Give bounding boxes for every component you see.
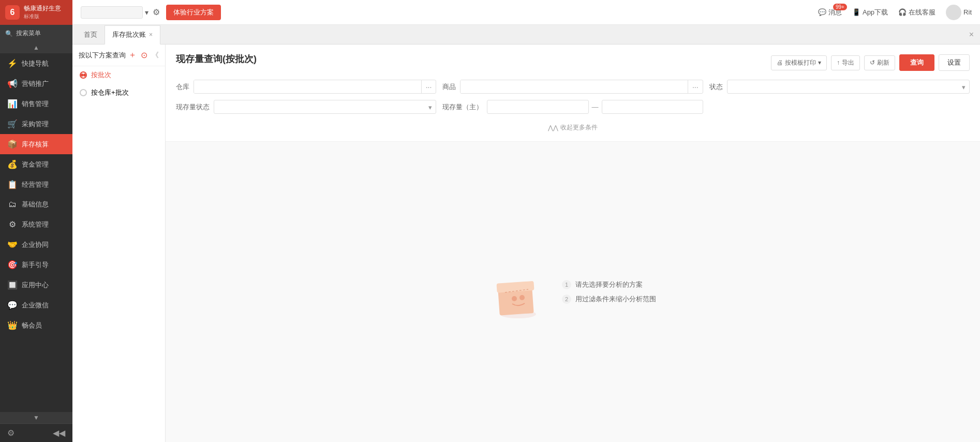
sidebar-item-wechat[interactable]: 💬 企业微信 <box>0 295 72 315</box>
stock-quantity-label: 现存量（主） <box>442 102 483 112</box>
apps-icon: 🔲 <box>7 280 18 290</box>
query-row-2: 现存量状态 ▾ 现存量（主） — <box>176 100 970 114</box>
left-panel-title: 按以下方案查询 <box>79 51 126 60</box>
print-template-btn[interactable]: 🖨 按模板打印 ▾ <box>771 55 827 70</box>
stock-quantity-min-input[interactable] <box>487 100 588 114</box>
product-input-wrapper: ··· <box>460 80 703 94</box>
sidebar-item-label: 应用中心 <box>22 281 49 290</box>
sidebar-item-inventory[interactable]: 📦 库存核算 <box>0 134 72 154</box>
sidebar-item-label: 基础信息 <box>22 200 49 209</box>
app-download-label: App下载 <box>863 8 888 17</box>
warehouse-dots-btn[interactable]: ··· <box>421 80 436 93</box>
sidebar-item-marketing[interactable]: 📢 营销推广 <box>0 73 72 94</box>
query-row-1: 仓库 ··· 商品 ··· 状态 <box>176 80 970 94</box>
sidebar-item-label: 新手引导 <box>22 260 49 270</box>
sidebar: 6 畅康通好生意 标准版 🔍 搜索菜单 ▲ ⚡ 快捷导航 📢 营销推广 📊 销售… <box>0 0 72 442</box>
collapse-sidebar-icon[interactable]: ◀◀ <box>53 428 65 438</box>
finance-icon: 💰 <box>7 159 18 169</box>
sidebar-item-quick-nav[interactable]: ⚡ 快捷导航 <box>0 53 72 73</box>
sidebar-item-newbie[interactable]: 🎯 新手引导 <box>0 255 72 275</box>
hint-number-2: 2 <box>562 294 571 304</box>
experience-btn[interactable]: 体验行业方案 <box>166 5 221 20</box>
sidebar-item-system[interactable]: ⚙ 系统管理 <box>0 214 72 234</box>
hint-item-2: 2 用过滤条件来缩小分析范围 <box>562 294 656 304</box>
sidebar-item-sales[interactable]: 📊 销售管理 <box>0 94 72 114</box>
sidebar-scroll-down[interactable]: ▼ <box>0 412 72 423</box>
operation-icon: 📋 <box>7 180 18 189</box>
topbar: ▾ ⚙ 体验行业方案 💬 消息 99+ 📱 App下载 🎧 在线客服 Rit <box>72 0 980 25</box>
settings-btn[interactable]: 设置 <box>939 54 970 71</box>
tab-home[interactable]: 首页 <box>77 25 105 44</box>
phone-icon: 📱 <box>852 8 860 16</box>
query-btn[interactable]: 查询 <box>899 54 934 71</box>
empty-state-icon <box>489 263 546 320</box>
sidebar-header: 6 畅康通好生意 标准版 <box>0 0 72 25</box>
export-icon: ↑ <box>837 59 840 66</box>
topbar-search-input[interactable] <box>81 6 143 19</box>
range-dash: — <box>592 103 599 111</box>
stock-quantity-max-input[interactable] <box>602 100 703 114</box>
refresh-icon: ↺ <box>870 59 875 66</box>
sidebar-item-label: 资金管理 <box>22 160 49 169</box>
sidebar-item-operation[interactable]: 📋 经营管理 <box>0 174 72 195</box>
collapse-row[interactable]: ⋀⋀ 收起更多条件 <box>176 120 970 137</box>
stock-status-select[interactable] <box>214 100 436 114</box>
app-subtitle: 标准版 <box>24 13 61 20</box>
topbar-gear-icon[interactable]: ⚙ <box>153 7 160 17</box>
plan-item-by-warehouse-batch[interactable]: 按仓库+批次 <box>72 84 165 101</box>
add-plan-icon[interactable]: ＋ <box>128 50 137 61</box>
hint-text-1: 请先选择要分析的方案 <box>575 280 643 289</box>
online-service-action[interactable]: 🎧 在线客服 <box>898 8 936 17</box>
sidebar-scroll-up[interactable]: ▲ <box>0 42 72 53</box>
svg-point-5 <box>519 295 525 300</box>
sidebar-item-label: 快捷导航 <box>22 59 49 68</box>
tab-close-btn[interactable]: × <box>149 31 153 38</box>
sidebar-item-basic[interactable]: 🗂 基础信息 <box>0 195 72 214</box>
query-header: 现存量查询(按批次) 🖨 按模板打印 ▾ ↑ 导出 ↺ <box>166 45 980 142</box>
user-action[interactable]: Rit <box>946 5 972 20</box>
stock-status-label: 现存量状态 <box>176 102 210 112</box>
settings-plan-icon[interactable]: ⊙ <box>141 50 147 60</box>
hint-number-1: 1 <box>562 280 571 289</box>
product-dots-btn[interactable]: ··· <box>688 80 703 93</box>
topbar-dropdown-btn[interactable]: ▾ <box>145 8 149 17</box>
headset-icon: 🎧 <box>898 8 907 16</box>
stock-quantity-field: 现存量（主） — <box>442 100 703 114</box>
tab-close-all-btn[interactable]: × <box>963 30 980 39</box>
plan-item-by-batch[interactable]: 按批次 <box>72 66 165 84</box>
basic-icon: 🗂 <box>7 200 18 209</box>
newbie-icon: 🎯 <box>7 260 18 270</box>
refresh-btn[interactable]: ↺ 刷新 <box>864 55 895 70</box>
warehouse-input[interactable] <box>194 80 421 93</box>
app-title: 畅康通好生意 <box>24 5 61 13</box>
online-service-label: 在线客服 <box>909 8 936 17</box>
product-input[interactable] <box>461 80 688 93</box>
sidebar-item-enterprise[interactable]: 🤝 企业协同 <box>0 234 72 255</box>
messages-action[interactable]: 💬 消息 99+ <box>818 8 842 17</box>
home-tab-label: 首页 <box>84 30 97 39</box>
sidebar-item-label: 库存核算 <box>22 140 49 149</box>
topbar-actions: 💬 消息 99+ 📱 App下载 🎧 在线客服 Rit <box>818 5 972 20</box>
message-icon: 💬 <box>818 8 826 16</box>
app-download-action[interactable]: 📱 App下载 <box>852 8 888 17</box>
sidebar-item-finance[interactable]: 💰 资金管理 <box>0 154 72 174</box>
warehouse-label: 仓库 <box>176 82 189 92</box>
sidebar-item-purchase[interactable]: 🛒 采购管理 <box>0 114 72 134</box>
hint-text-2: 用过滤条件来缩小分析范围 <box>575 294 656 304</box>
stock-status-field: 现存量状态 ▾ <box>176 100 436 114</box>
main-area: ▾ ⚙ 体验行业方案 💬 消息 99+ 📱 App下载 🎧 在线客服 Rit <box>72 0 980 442</box>
export-btn[interactable]: ↑ 导出 <box>831 55 860 70</box>
plan-label-by-batch: 按批次 <box>91 70 111 80</box>
tab-inventory-batch[interactable]: 库存批次账 × <box>105 25 160 45</box>
empty-hints: 1 请先选择要分析的方案 2 用过滤条件来缩小分析范围 <box>562 280 656 304</box>
collapse-panel-icon[interactable]: 《 <box>152 51 159 60</box>
sidebar-search[interactable]: 🔍 搜索菜单 <box>0 25 72 42</box>
sidebar-item-label: 企业协同 <box>22 240 49 249</box>
settings-icon[interactable]: ⚙ <box>7 428 14 438</box>
sidebar-item-member[interactable]: 👑 畅会员 <box>0 315 72 335</box>
status-select[interactable] <box>727 80 970 94</box>
inventory-icon: 📦 <box>7 139 18 149</box>
collapse-up-icon: ⋀⋀ <box>548 124 558 131</box>
sidebar-item-apps[interactable]: 🔲 应用中心 <box>0 275 72 295</box>
product-field: 商品 ··· <box>442 80 703 94</box>
